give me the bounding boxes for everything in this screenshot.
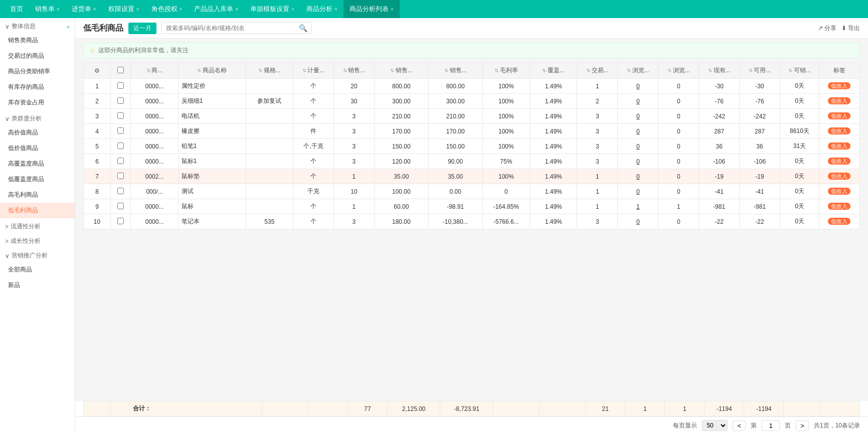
nav-product-analysis-list[interactable]: 商品分析列表 ×	[343, 0, 400, 18]
nav-sales[interactable]: 销售单 ×	[29, 0, 66, 18]
export-button[interactable]: ⬇ 导出	[841, 24, 860, 33]
row-gross-rate: 100%	[482, 124, 530, 139]
sidebar-item-high-coverage[interactable]: 高覆盖度商品	[0, 156, 75, 172]
row-checkbox-cell[interactable]	[110, 154, 130, 169]
row-checkbox[interactable]	[117, 203, 124, 209]
sidebar-item-high-margin[interactable]: 高毛利商品	[0, 187, 75, 203]
sidebar-item-category-sales-rate[interactable]: 商品分类助销率	[0, 64, 75, 79]
page-size-select[interactable]: 50 100	[702, 420, 728, 431]
close-icon[interactable]: ×	[180, 7, 183, 12]
close-icon[interactable]: ×	[291, 7, 294, 12]
nav-template-settings[interactable]: 单据模板设置 ×	[244, 0, 300, 18]
close-icon[interactable]: ×	[334, 7, 337, 12]
sidebar-item-in-stock[interactable]: 有库存的商品	[0, 79, 75, 95]
salable-days-column-header[interactable]: 可销...	[780, 63, 819, 79]
sidebar-item-sales-products[interactable]: 销售类商品	[0, 33, 75, 48]
row-checkbox[interactable]	[117, 112, 124, 119]
next-page-button[interactable]: >	[796, 420, 809, 431]
sale-amt-column-header[interactable]: 销售...	[374, 63, 428, 79]
close-icon[interactable]: ×	[57, 7, 60, 12]
coverage-column-header[interactable]: 覆盖...	[530, 63, 577, 79]
row-checkbox[interactable]	[117, 97, 124, 104]
row-view-count1[interactable]: 0	[618, 184, 658, 199]
nav-roles[interactable]: 角色授权 ×	[145, 0, 189, 18]
row-checkbox[interactable]	[117, 188, 124, 194]
sidebar-item-high-value[interactable]: 高价值商品	[0, 125, 75, 140]
name-column-header[interactable]: 商品名称	[178, 63, 246, 79]
row-checkbox[interactable]	[117, 142, 124, 149]
unit-column-header[interactable]: 计量...	[293, 63, 334, 79]
row-view-count1[interactable]: 0	[618, 124, 658, 139]
sidebar-item-low-margin[interactable]: 低毛利商品	[0, 203, 75, 218]
row-sale-amt: 35.00	[374, 169, 428, 184]
row-checkbox-cell[interactable]	[110, 124, 130, 139]
nav-product-entry[interactable]: 产品品入库单 ×	[188, 0, 244, 18]
sidebar-group-marketing[interactable]: ∨ 营销推广分析	[0, 247, 75, 262]
row-view-count1[interactable]: 0	[618, 139, 658, 154]
table-row: 8 000/... 测试 千克 10 100.00 0.00 0 1.49% 1…	[84, 184, 860, 199]
sidebar-group-overall[interactable]: ∨ 整体信息 «	[0, 18, 75, 33]
row-checkbox[interactable]	[117, 173, 124, 179]
close-icon[interactable]: ×	[136, 7, 139, 12]
row-view-count2: 0	[658, 139, 699, 154]
row-checkbox-cell[interactable]	[110, 79, 130, 94]
page-number-input[interactable]	[762, 420, 780, 431]
code-column-header[interactable]: 商...	[131, 63, 178, 79]
row-view-count1[interactable]: 0	[618, 94, 658, 109]
nav-purchase[interactable]: 进货单 ×	[66, 0, 102, 18]
row-checkbox-cell[interactable]	[110, 169, 130, 184]
row-checkbox[interactable]	[117, 218, 124, 224]
sale-profit-column-header[interactable]: 销售...	[428, 63, 482, 79]
close-icon[interactable]: ×	[391, 7, 394, 12]
nav-permissions[interactable]: 权限设置 ×	[102, 0, 145, 18]
sidebar-group-growth[interactable]: > 成长性分析	[0, 233, 75, 247]
sale-qty-column-header[interactable]: 销售...	[333, 63, 374, 79]
share-button[interactable]: ↗ 分享	[818, 24, 836, 33]
row-checkbox[interactable]	[117, 82, 124, 89]
sidebar-item-all-products[interactable]: 全部商品	[0, 262, 75, 277]
row-view-count1[interactable]: 0	[618, 109, 658, 124]
row-current-stock: -242	[699, 109, 740, 124]
row-checkbox-cell[interactable]	[110, 109, 130, 124]
chevron-right-icon: >	[5, 238, 9, 245]
nav-home[interactable]: 首页	[4, 0, 29, 18]
settings-column-header[interactable]: ⚙	[84, 63, 111, 79]
sidebar-item-low-value[interactable]: 低价值商品	[0, 140, 75, 156]
spec-column-header[interactable]: 规格...	[246, 63, 293, 79]
search-input[interactable]	[166, 25, 299, 32]
nav-product-analysis[interactable]: 商品分析 ×	[300, 0, 343, 18]
date-filter-button[interactable]: 近一月	[128, 23, 156, 34]
row-gross-rate: 100%	[482, 169, 530, 184]
row-view-count1[interactable]: 0	[618, 214, 658, 229]
search-icon[interactable]: 🔍	[299, 24, 307, 32]
row-sale-qty: 3	[333, 154, 374, 169]
row-view-count1[interactable]: 0	[618, 169, 658, 184]
row-checkbox-cell[interactable]	[110, 199, 130, 214]
view-count1-column-header[interactable]: 浏览...	[618, 63, 658, 79]
prev-page-button[interactable]: <	[733, 420, 746, 431]
view-count2-column-header[interactable]: 浏览...	[658, 63, 699, 79]
sidebar-item-capital-occupation[interactable]: 库存资金占用	[0, 95, 75, 110]
row-checkbox-cell[interactable]	[110, 214, 130, 229]
row-checkbox-cell[interactable]	[110, 184, 130, 199]
available-stock-column-header[interactable]: 可用...	[740, 63, 780, 79]
select-all-checkbox[interactable]	[117, 67, 124, 73]
row-checkbox-cell[interactable]	[110, 94, 130, 109]
trade-count-column-header[interactable]: 交易...	[577, 63, 618, 79]
row-view-count1[interactable]: 1	[618, 199, 658, 214]
row-view-count1[interactable]: 0	[618, 79, 658, 94]
sidebar-item-traded-products[interactable]: 交易过的商品	[0, 48, 75, 64]
sidebar-item-new-products[interactable]: 新品	[0, 277, 75, 293]
close-icon[interactable]: ×	[93, 7, 96, 12]
gross-rate-column-header[interactable]: 毛利率	[482, 63, 530, 79]
sidebar-group-circulation[interactable]: > 流通性分析	[0, 218, 75, 233]
row-checkbox[interactable]	[117, 127, 124, 134]
sidebar-group-cluster[interactable]: ∨ 类群度分析	[0, 110, 75, 125]
collapse-icon[interactable]: «	[67, 24, 70, 30]
current-stock-column-header[interactable]: 现有...	[699, 63, 740, 79]
row-checkbox-cell[interactable]	[110, 139, 130, 154]
row-checkbox[interactable]	[117, 158, 124, 164]
row-view-count1[interactable]: 0	[618, 154, 658, 169]
close-icon[interactable]: ×	[235, 7, 238, 12]
sidebar-item-low-coverage[interactable]: 低覆盖度商品	[0, 172, 75, 187]
